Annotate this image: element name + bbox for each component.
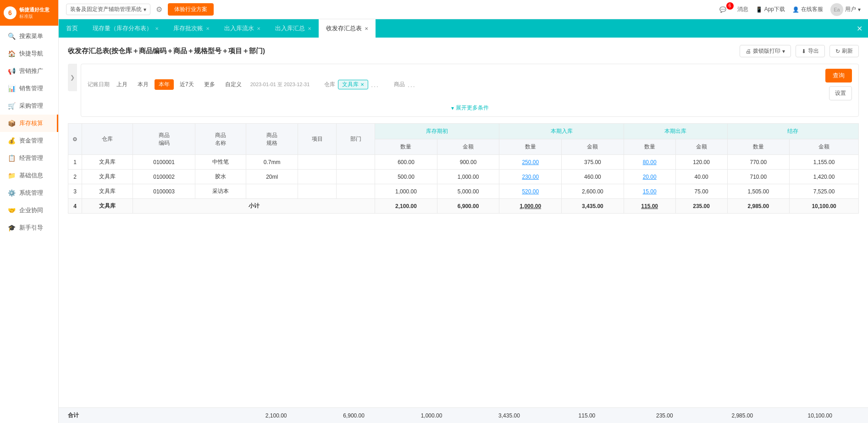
th-bal-amt: 金额 — [790, 139, 859, 155]
tab-1[interactable]: 现存量（库存分布表）✕ — [85, 19, 166, 38]
th-in-qty: 数量 — [499, 139, 562, 155]
user-group[interactable]: Ea 用户 ▾ — [830, 3, 861, 16]
date-pill-本年[interactable]: 本年 — [155, 79, 174, 90]
nav-icon-finance: 💰 — [7, 137, 16, 145]
tab-bar-close[interactable]: ✕ — [857, 24, 868, 33]
top-bar: 装备及固定资产辅助管理系统 ▾ ⚙ 体验行业方案 💬 6 6 消息 📱 App下… — [59, 0, 868, 19]
page-title: 收发存汇总表(按仓库＋商品编码＋商品＋规格型号＋项目＋部门) — [68, 47, 265, 55]
row-project — [298, 155, 337, 170]
action-buttons: 查询 设置 — [825, 69, 852, 100]
table-settings-button[interactable]: 设置 — [829, 86, 852, 100]
sidebar-item-purchase[interactable]: 🛒采购管理 — [0, 97, 58, 115]
row-name: 采访本 — [195, 184, 246, 199]
system-selector[interactable]: 装备及固定资产辅助管理系统 ▾ — [66, 4, 150, 15]
row-in-qty[interactable]: 230.00 — [499, 170, 562, 184]
th-out-amt: 金额 — [675, 139, 727, 155]
total-label: 合计 — [68, 412, 160, 419]
row-out-qty[interactable]: 20.00 — [624, 170, 675, 184]
nav-icon-purchase: 🛒 — [7, 102, 16, 110]
filter-area: 记账日期 上月本月本年近7天更多自定义 2023-01-01 至 2023-12… — [81, 64, 859, 117]
row-out-amt: 40.00 — [675, 170, 727, 184]
warehouse-more-dots[interactable]: ... — [371, 81, 379, 88]
refresh-icon: ↻ — [835, 48, 840, 55]
settings-icon[interactable]: ⚙ — [156, 5, 162, 14]
sidebar-item-marketing[interactable]: 📢营销推广 — [0, 62, 58, 80]
sidebar-item-newbie[interactable]: 🎓新手引导 — [0, 219, 58, 236]
th-dept: 部门 — [337, 124, 375, 155]
tab-2[interactable]: 库存批次账✕ — [166, 19, 217, 38]
sidebar-item-finance[interactable]: 💰资金管理 — [0, 132, 58, 149]
sidebar-item-operation[interactable]: 📋经营管理 — [0, 149, 58, 167]
page-title-bar: 收发存汇总表(按仓库＋商品编码＋商品＋规格型号＋项目＋部门) 🖨 拨锁版打印 ▾… — [68, 45, 859, 57]
goods-more-dots[interactable]: ... — [408, 81, 416, 88]
row-in-qty[interactable]: 250.00 — [499, 155, 562, 170]
sidebar-item-inventory[interactable]: 📦库存核算 — [0, 115, 58, 132]
row-code: 0100003 — [133, 184, 195, 199]
subtotal-in-amt: 3,435.00 — [562, 199, 624, 214]
row-spec: 0.7mm — [246, 155, 298, 170]
sidebar-item-sales[interactable]: 📊销售管理 — [0, 80, 58, 97]
th-settings[interactable]: ⚙ — [68, 124, 82, 155]
th-warehouse: 仓库 — [82, 124, 133, 155]
subtotal-no: 4 — [68, 199, 82, 214]
filter-container: ❯ 记账日期 上月本月本年近7天更多自定义 2023-01-01 至 2023-… — [68, 64, 859, 117]
row-init-amt: 900.00 — [437, 155, 499, 170]
notification-group[interactable]: 💬 6 6 消息 — [719, 5, 748, 13]
user-avatar: Ea — [830, 3, 843, 16]
date-pill-本月[interactable]: 本月 — [133, 79, 153, 90]
th-name: 商品名称 — [195, 124, 246, 155]
export-button[interactable]: ⬇ 导出 — [796, 45, 825, 57]
tab-close-3[interactable]: ✕ — [257, 26, 260, 31]
tab-3[interactable]: 出入库流水✕ — [217, 19, 268, 38]
nav-label-inventory: 库存核算 — [19, 119, 43, 127]
notification-icon: 💬 — [719, 6, 726, 13]
th-init-qty: 数量 — [375, 139, 437, 155]
refresh-button[interactable]: ↻ 刷新 — [829, 45, 859, 57]
tab-close-2[interactable]: ✕ — [206, 26, 210, 31]
row-in-qty[interactable]: 520.00 — [499, 184, 562, 199]
row-in-amt: 2,600.00 — [562, 184, 624, 199]
expand-more-button[interactable]: ▾ 展开更多条件 — [451, 104, 489, 112]
query-button[interactable]: 查询 — [825, 69, 852, 82]
nav-icon-basic: 📁 — [7, 171, 16, 180]
subtotal-row: 4 文具库 小计 2,100.00 6,900.00 1,000.00 3,43… — [68, 199, 859, 214]
date-pill-近7天[interactable]: 近7天 — [176, 79, 198, 90]
tab-4[interactable]: 出入库汇总✕ — [268, 19, 319, 38]
nav-label-operation: 经营管理 — [19, 154, 43, 162]
warehouse-tag[interactable]: 文具库 ✕ — [338, 80, 368, 89]
table-row: 1 文具库 0100001 中性笔 0.7mm 600.00 900.00 25… — [68, 155, 859, 170]
row-dept — [337, 170, 375, 184]
row-no: 3 — [68, 184, 82, 199]
sidebar-item-basic[interactable]: 📁基础信息 — [0, 167, 58, 184]
tab-close-5[interactable]: ✕ — [365, 26, 368, 31]
title-actions: 🖨 拨锁版打印 ▾ ⬇ 导出 ↻ 刷新 — [740, 45, 859, 57]
date-pill-自定义[interactable]: 自定义 — [221, 79, 246, 90]
sidebar-item-corp[interactable]: 🤝企业协同 — [0, 202, 58, 219]
row-out-qty[interactable]: 15.00 — [624, 184, 675, 199]
tab-0[interactable]: 首页 — [59, 19, 85, 38]
row-init-qty: 500.00 — [375, 170, 437, 184]
tab-5[interactable]: 收发存汇总表✕ — [319, 19, 376, 38]
experience-button[interactable]: 体验行业方案 — [168, 3, 214, 16]
date-pill-上月[interactable]: 上月 — [112, 79, 132, 90]
total-in-qty-val: 1,000.00 — [393, 412, 470, 419]
tab-close-4[interactable]: ✕ — [308, 26, 311, 31]
date-filter-label: 记账日期 — [88, 81, 110, 88]
filter-toggle[interactable]: ❯ — [68, 64, 77, 91]
nav-label-finance: 资金管理 — [19, 137, 43, 145]
row-out-qty[interactable]: 80.00 — [624, 155, 675, 170]
system-title: 装备及固定资产辅助管理系统 — [70, 5, 142, 13]
sidebar-item-search[interactable]: 🔍搜索菜单 — [0, 27, 58, 45]
sidebar: 6 畅捷通好生意 标准版 🔍搜索菜单🏠快捷导航📢营销推广📊销售管理🛒采购管理📦库… — [0, 0, 59, 423]
warehouse-tag-remove[interactable]: ✕ — [360, 82, 364, 87]
sidebar-item-system[interactable]: ⚙️系统管理 — [0, 184, 58, 202]
tab-close-1[interactable]: ✕ — [155, 26, 159, 31]
app-download-group[interactable]: 📱 App下载 — [756, 5, 785, 13]
expand-icon: ▾ — [451, 105, 454, 111]
online-service-group[interactable]: 👤 在线客服 — [792, 5, 823, 13]
th-out-qty: 数量 — [624, 139, 675, 155]
sidebar-item-quick[interactable]: 🏠快捷导航 — [0, 45, 58, 62]
print-button[interactable]: 🖨 拨锁版打印 ▾ — [740, 45, 791, 57]
date-pill-更多[interactable]: 更多 — [200, 79, 219, 90]
row-warehouse: 文具库 — [82, 170, 133, 184]
